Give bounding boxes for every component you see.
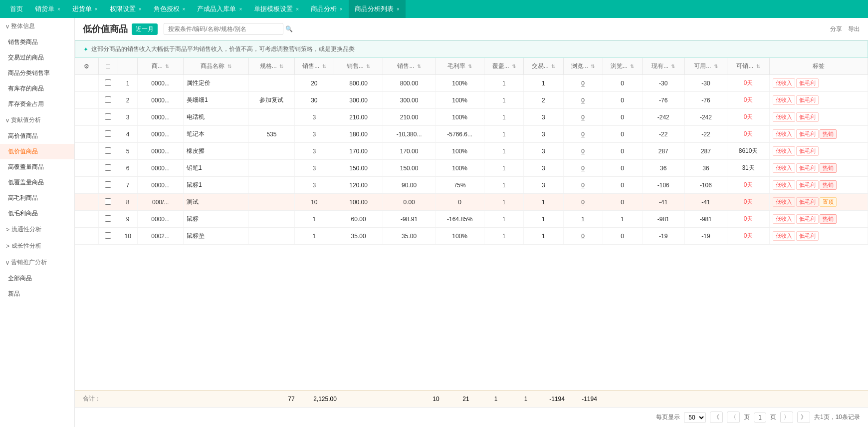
row-checkbox[interactable] [105,96,111,103]
first-page-button[interactable]: 《 [710,412,723,423]
nav-close-icon[interactable]: × [239,6,242,12]
nav-item-产成品入库单[interactable]: 产成品入库单× [191,0,248,18]
col-code[interactable]: 商... ⇅ [138,58,184,75]
sidebar-item-高覆盖量商品[interactable]: 高覆盖量商品 [0,159,74,175]
row-checkbox[interactable] [105,164,111,171]
next-page-button[interactable]: 〉 [780,412,793,423]
col-view2[interactable]: 浏览... ⇅ [603,58,642,75]
cell-checkbox[interactable] [98,194,118,211]
col-qty[interactable]: 销售... ⇅ [294,58,334,75]
nav-item-角色授权[interactable]: 角色授权× [148,0,192,18]
view1-link[interactable]: 0 [581,114,585,121]
row-checkbox[interactable] [105,79,111,86]
export-button[interactable]: 导出 [848,25,860,33]
view1-link[interactable]: 0 [581,131,585,138]
period-button[interactable]: 近一月 [132,23,158,35]
cell-view1[interactable]: 0 [563,143,603,160]
cell-view1[interactable]: 0 [563,75,603,92]
col-spec[interactable]: 规格... ⇅ [249,58,295,75]
row-checkbox[interactable] [105,147,111,154]
sidebar-item-高毛利商品[interactable]: 高毛利商品 [0,190,74,206]
col-stock[interactable]: 现有... ⇅ [642,58,684,75]
cell-view1[interactable]: 0 [563,228,603,245]
search-input[interactable] [164,23,283,35]
cell-view1[interactable]: 0 [563,194,603,211]
sidebar-item-商品分类销售率[interactable]: 商品分类销售率 [0,65,74,81]
view1-link[interactable]: 1 [581,216,585,223]
nav-item-首页[interactable]: 首页 [4,0,29,18]
nav-item-进货单[interactable]: 进货单× [66,0,104,18]
view1-link[interactable]: 0 [581,182,585,189]
col-trade[interactable]: 交易... ⇅ [524,58,563,75]
sidebar-item-新品[interactable]: 新品 [0,286,74,302]
share-button[interactable]: 分享 [830,25,842,33]
col-margin[interactable]: 毛利率 ⇅ [435,58,484,75]
cell-view1[interactable]: 0 [563,160,603,177]
sidebar-item-有库存的商品[interactable]: 有库存的商品 [0,81,74,96]
row-checkbox[interactable] [105,215,111,222]
cell-checkbox[interactable] [98,177,118,194]
col-view1[interactable]: 浏览... ⇅ [563,58,603,75]
cell-view1[interactable]: 0 [563,92,603,109]
last-page-button[interactable]: 》 [797,412,810,423]
sidebar-item-低毛利商品[interactable]: 低毛利商品 [0,206,74,221]
cell-view1[interactable]: 1 [563,211,603,228]
col-price[interactable]: 销售... ⇅ [334,58,383,75]
sidebar-item-销售类商品[interactable]: 销售类商品 [0,34,74,50]
nav-item-销货单[interactable]: 销货单× [29,0,66,18]
cell-checkbox[interactable] [98,126,118,143]
col-name[interactable]: 商品名称 ⇅ [184,58,249,75]
sidebar-section-整体信息[interactable]: v整体信息 [0,18,74,34]
cell-checkbox[interactable] [98,160,118,177]
sidebar-item-库存资金占用[interactable]: 库存资金占用 [0,96,74,112]
sidebar-section-贡献值分析[interactable]: v贡献值分析 [0,112,74,128]
col-settings[interactable]: ⚙ [75,58,98,75]
nav-close-icon[interactable]: × [95,6,98,12]
view1-link[interactable]: 0 [581,199,585,206]
sidebar-item-低覆盖量商品[interactable]: 低覆盖量商品 [0,175,74,190]
col-amount[interactable]: 销售... ⇅ [383,58,435,75]
cell-view1[interactable]: 0 [563,126,603,143]
nav-close-icon[interactable]: × [296,6,299,12]
view1-link[interactable]: 0 [581,148,585,155]
cell-checkbox[interactable] [98,92,118,109]
sidebar-section-营销推广分析[interactable]: v营销推广分析 [0,254,74,271]
sidebar-item-低价值商品[interactable]: 低价值商品 [0,144,74,159]
nav-item-权限设置[interactable]: 权限设置× [104,0,148,18]
sidebar-item-全部商品[interactable]: 全部商品 [0,271,74,286]
view1-link[interactable]: 0 [581,233,585,240]
cell-view1[interactable]: 0 [563,109,603,126]
nav-item-单据模板设置[interactable]: 单据模板设置× [248,0,305,18]
sidebar-section-成长性分析[interactable]: >成长性分析 [0,238,74,254]
row-checkbox[interactable] [105,181,111,188]
nav-item-商品分析[interactable]: 商品分析× [305,0,349,18]
sidebar-item-交易过的商品[interactable]: 交易过的商品 [0,50,74,65]
cell-checkbox[interactable] [98,228,118,245]
row-checkbox[interactable] [105,198,111,205]
cell-checkbox[interactable] [98,211,118,228]
nav-close-icon[interactable]: × [57,6,60,12]
nav-close-icon[interactable]: × [139,6,142,12]
cell-checkbox[interactable] [98,75,118,92]
row-checkbox[interactable] [105,130,111,137]
page-size-select[interactable]: 50 [684,412,706,423]
row-checkbox[interactable] [105,113,111,120]
prev-page-button[interactable]: 〈 [727,412,740,423]
col-coverage[interactable]: 覆盖... ⇅ [484,58,524,75]
cell-checkbox[interactable] [98,143,118,160]
col-saleable[interactable]: 可销... ⇅ [727,58,770,75]
col-checkbox[interactable]: ☐ [98,58,118,75]
nav-close-icon[interactable]: × [397,6,400,12]
nav-item-商品分析列表[interactable]: 商品分析列表× [349,0,406,18]
nav-close-icon[interactable]: × [183,6,186,12]
sidebar-section-流通性分析[interactable]: >流通性分析 [0,221,74,238]
row-checkbox[interactable] [105,232,111,239]
view1-link[interactable]: 0 [581,97,585,104]
view1-link[interactable]: 0 [581,165,585,172]
nav-close-icon[interactable]: × [340,6,343,12]
search-icon[interactable]: 🔍 [285,25,293,32]
sidebar-item-高价值商品[interactable]: 高价值商品 [0,128,74,144]
col-available[interactable]: 可用... ⇅ [684,58,727,75]
cell-view1[interactable]: 0 [563,177,603,194]
view1-link[interactable]: 0 [581,80,585,87]
